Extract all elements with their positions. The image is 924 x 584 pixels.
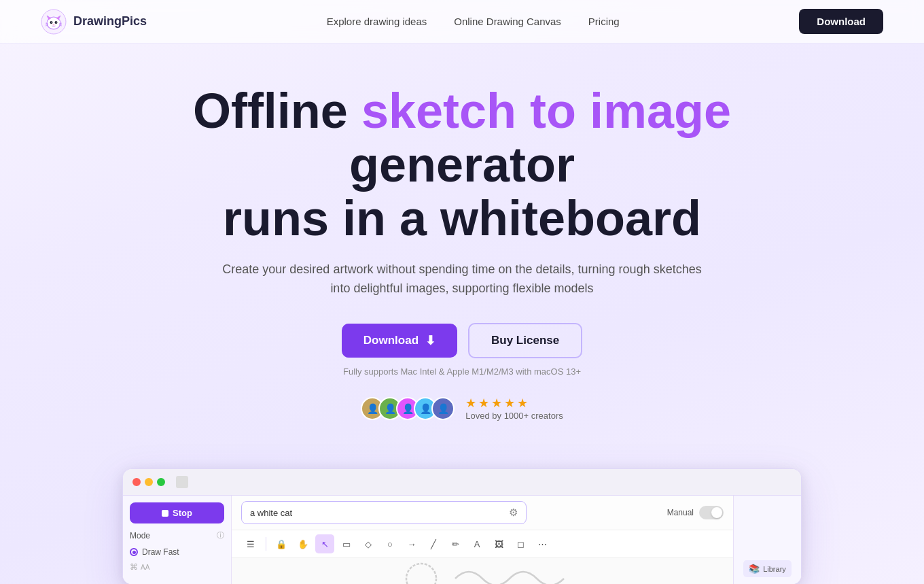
manual-label: Manual (667, 508, 694, 517)
svg-point-5 (56, 21, 56, 22)
stop-icon (162, 510, 168, 517)
drawing-sketch (380, 558, 584, 584)
svg-point-6 (53, 24, 55, 25)
radio-inner (132, 551, 136, 554)
close-dot[interactable] (132, 478, 141, 486)
brand-name: DrawingPics (73, 14, 147, 29)
hero-download-button[interactable]: Download ⬇ (342, 324, 457, 358)
library-label: Library (763, 565, 786, 573)
canvas-area: a white cat ⚙ Manual ☰ 🔒 ✋ (232, 496, 733, 584)
prompt-text: a white cat (250, 508, 292, 518)
manual-area: Manual (667, 506, 724, 519)
hero-license-button[interactable]: Buy License (468, 323, 582, 358)
star-2: ★ (478, 396, 489, 411)
manual-toggle[interactable] (699, 506, 724, 519)
stop-button[interactable]: Stop (130, 502, 224, 523)
stop-label: Stop (173, 508, 192, 518)
rect-tool-button[interactable]: ▭ (337, 534, 356, 553)
size-value: AA (141, 564, 149, 571)
mode-label: Mode (130, 531, 150, 540)
hero-buttons: Download ⬇ Buy License (342, 323, 582, 358)
star-1: ★ (465, 396, 476, 411)
nav-link-pricing[interactable]: Pricing (588, 16, 620, 27)
hero-subtitle: Create your desired artwork without spen… (217, 260, 707, 299)
draw-fast-row: Draw Fast (130, 547, 224, 557)
pencil-tool-button[interactable]: ✏ (446, 534, 465, 553)
settings-icon[interactable]: ⚙ (509, 506, 518, 519)
arrow-tool-button[interactable]: → (402, 534, 421, 553)
logo-icon (41, 9, 67, 35)
mode-info-icon: ⓘ (217, 530, 224, 540)
toggle-knob (711, 507, 722, 518)
more-tool-button[interactable]: ⋯ (533, 534, 552, 553)
logo[interactable]: DrawingPics (41, 9, 147, 35)
star-5: ★ (517, 396, 528, 411)
nav-download-button[interactable]: Download (799, 9, 883, 34)
maximize-dot[interactable] (157, 478, 165, 486)
rating-area: ★ ★ ★ ★ ★ Loved by 1000+ creators (465, 396, 563, 421)
avatar-group: 👤 👤 👤 👤 👤 (361, 397, 455, 420)
loved-text: Loved by 1000+ creators (465, 411, 563, 421)
tool-divider (266, 537, 266, 551)
toolbar: ☰ 🔒 ✋ ↖ ▭ ◇ ○ → ╱ ✏ A 🖼 ◻ ⋯ (232, 530, 733, 558)
library-button[interactable]: 📚 Library (743, 560, 792, 577)
mode-row: Mode ⓘ (130, 529, 224, 542)
window-controls (132, 478, 165, 486)
nav-links: Explore drawing ideas Online Drawing Can… (327, 16, 620, 27)
minimize-dot[interactable] (145, 478, 153, 486)
radio-button[interactable] (130, 548, 138, 556)
library-icon: 📚 (749, 564, 760, 574)
star-rating: ★ ★ ★ ★ ★ (465, 396, 528, 411)
navbar: DrawingPics Explore drawing ideas Online… (0, 0, 924, 44)
svg-point-4 (51, 21, 52, 22)
eraser-tool-button[interactable]: ◻ (511, 534, 530, 553)
support-note: Fully supports Mac Intel & Apple M1/M2/M… (343, 366, 581, 377)
ellipse-tool-button[interactable]: ○ (380, 534, 399, 553)
hero-title-line2: generator (349, 137, 575, 192)
hero-download-label: Download (363, 334, 419, 347)
nav-link-explore[interactable]: Explore drawing ideas (327, 16, 427, 27)
app-preview: Stop Mode ⓘ Draw Fast ⌘ AA (122, 468, 802, 584)
star-4: ★ (504, 396, 515, 411)
hand-tool-button[interactable]: ✋ (294, 534, 313, 553)
svg-point-13 (406, 564, 436, 584)
line-tool-button[interactable]: ╱ (424, 534, 443, 553)
nav-link-canvas[interactable]: Online Drawing Canvas (454, 16, 561, 27)
size-icon: ⌘ (130, 562, 138, 572)
app-body: Stop Mode ⓘ Draw Fast ⌘ AA (123, 496, 801, 584)
select-tool-button[interactable]: ↖ (315, 534, 334, 553)
app-titlebar (123, 469, 801, 496)
draw-fast-label: Draw Fast (142, 547, 179, 557)
avatar: 👤 (431, 397, 455, 420)
star-3: ★ (491, 396, 502, 411)
menu-tool-button[interactable]: ☰ (241, 534, 260, 553)
hero-title: Offline sketch to image generator runs i… (193, 84, 731, 246)
hero-section: Offline sketch to image generator runs i… (0, 44, 924, 441)
download-icon: ⬇ (425, 333, 436, 348)
canvas-top-bar: a white cat ⚙ Manual (232, 496, 733, 530)
hero-title-line3: runs in a whiteboard (223, 191, 701, 245)
prompt-bar[interactable]: a white cat ⚙ (241, 501, 527, 524)
image-tool-button[interactable]: 🖼 (489, 534, 508, 553)
canvas-content[interactable]: To move canvas, hold mouse wheel or spac… (232, 558, 733, 584)
hero-title-plain: Offline (193, 84, 361, 138)
social-proof: 👤 👤 👤 👤 👤 ★ ★ ★ ★ ★ Loved by 1000+ creat… (361, 396, 563, 421)
titlebar-icon (176, 476, 188, 488)
text-tool-button[interactable]: A (467, 534, 486, 553)
diamond-tool-button[interactable]: ◇ (359, 534, 378, 553)
right-panel: 📚 Library (733, 496, 801, 584)
size-row: ⌘ AA (130, 562, 224, 572)
left-panel: Stop Mode ⓘ Draw Fast ⌘ AA (123, 496, 232, 584)
hero-title-highlight: sketch to image (361, 84, 731, 138)
lock-tool-button[interactable]: 🔒 (272, 534, 291, 553)
